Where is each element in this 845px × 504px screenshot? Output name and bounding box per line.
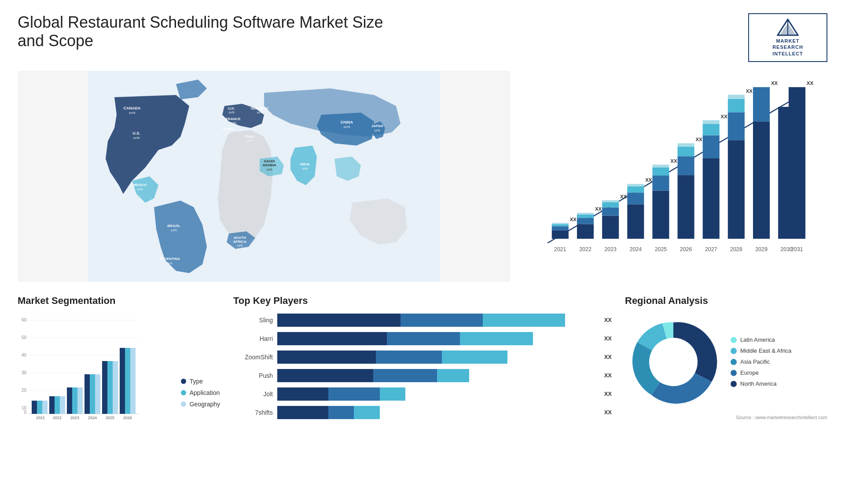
svg-text:xx%: xx% [266,168,272,171]
svg-text:ARABIA: ARABIA [262,163,276,167]
svg-rect-65 [652,164,669,168]
svg-text:U.K.: U.K. [228,106,235,110]
bottom-section: Market Segmentation 60 50 40 30 20 10 0 [18,295,827,421]
latin-dot [731,337,737,343]
segmentation-content: 60 50 40 30 20 10 0 [18,314,220,421]
bar-seg2 [387,332,460,345]
svg-text:2022: 2022 [579,246,592,252]
svg-rect-74 [703,158,720,239]
svg-rect-56 [627,205,644,239]
svg-text:2024: 2024 [88,416,97,419]
svg-text:CANADA: CANADA [124,106,141,110]
growth-chart-svg: 2021 XX 2022 XX 2023 XX 2024 XX [528,80,819,256]
svg-text:2021: 2021 [554,246,566,252]
svg-text:XX: XX [645,177,652,183]
svg-text:AFRICA: AFRICA [233,240,246,244]
svg-rect-52 [602,202,619,207]
svg-text:MEXICO: MEXICO [133,183,147,187]
svg-text:2029: 2029 [755,246,768,252]
svg-text:XX: XX [721,114,728,119]
legend-latin: Latin America [731,336,791,343]
svg-rect-87 [753,87,770,121]
bar-seg3 [437,369,469,382]
svg-text:xx%: xx% [247,139,253,142]
player-row-jolt: Jolt XX [233,387,612,401]
player-xx-sling: XX [604,317,612,323]
player-xx-7shifts: XX [604,409,612,416]
logo-text: MARKETRESEARCHINTELLECT [772,38,803,57]
svg-rect-47 [577,213,594,215]
svg-rect-122 [84,374,90,414]
svg-text:SAUDI: SAUDI [264,159,275,163]
svg-rect-128 [113,361,118,414]
svg-text:2022: 2022 [53,416,62,419]
svg-rect-131 [125,348,130,414]
svg-text:xx%: xx% [225,131,231,135]
player-bar-push [277,369,597,382]
svg-rect-115 [55,396,60,414]
svg-text:xx%: xx% [133,136,140,140]
source-text: Source : www.marketresearchintellect.com [625,415,827,420]
legend-item-type: Type [181,378,220,385]
player-name-jolt: Jolt [233,391,273,398]
svg-text:xx%: xx% [228,111,234,114]
app-dot [181,390,186,395]
logo-icon [777,18,799,36]
legend-mea: Middle East & Africa [731,347,791,354]
svg-text:BRAZIL: BRAZIL [167,224,180,228]
svg-text:JAPAN: JAPAN [371,124,383,128]
svg-text:xx%: xx% [343,125,350,129]
svg-rect-114 [49,396,55,414]
svg-rect-127 [107,361,113,414]
segmentation-chart: 60 50 40 30 20 10 0 [18,314,172,421]
legend-na: North America [731,380,791,387]
svg-text:xx%: xx% [302,167,308,170]
mea-dot [731,348,737,354]
players-section: Top Key Players Sling XX Harri [233,295,612,421]
svg-rect-75 [703,135,720,158]
player-xx-push: XX [604,372,612,379]
bar-seg2 [328,406,354,419]
player-row-sling: Sling XX [233,314,612,327]
player-xx-harri: XX [604,335,612,342]
header: Global Restaurant Scheduling Software Ma… [18,13,827,62]
player-row-7shifts: 7shifts XX [233,406,612,419]
na-label: North America [740,380,776,387]
svg-rect-120 [77,387,83,414]
svg-rect-70 [678,146,694,156]
svg-rect-46 [577,215,594,218]
player-name-harri: Harri [233,335,273,342]
na-dot [731,381,737,387]
svg-text:SOUTH: SOUTH [234,236,246,240]
svg-text:XX: XX [695,137,702,142]
svg-rect-64 [652,168,669,175]
regional-title: Regional Analysis [625,295,827,307]
player-row-zoomshift: ZoomShift XX [233,351,612,364]
svg-rect-38 [552,230,569,239]
svg-text:XX: XX [746,88,753,93]
apac-label: Asia Pacific [740,358,770,365]
svg-text:60: 60 [22,318,27,322]
svg-rect-81 [728,112,745,140]
svg-text:xx%: xx% [171,229,176,232]
legend-type-label: Type [190,378,203,385]
europe-label: Europe [740,369,759,376]
svg-rect-50 [602,215,619,238]
top-section: CANADA xx% U.S. xx% MEXICO xx% BRAZIL xx… [18,71,827,282]
player-xx-jolt: XX [604,391,612,397]
apac-dot [731,359,737,365]
geo-dot [181,402,186,407]
svg-rect-51 [602,207,619,215]
player-row-harri: Harri XX [233,332,612,345]
svg-rect-63 [652,175,669,190]
legend-app-label: Application [190,389,220,396]
bar-seg1 [277,369,373,382]
type-dot [181,379,186,384]
svg-text:XX: XX [570,217,577,222]
svg-text:20: 20 [22,388,27,393]
svg-text:U.S.: U.S. [132,131,140,135]
svg-rect-40 [552,224,569,226]
svg-rect-69 [678,156,694,175]
player-bar-7shifts [277,406,597,419]
svg-rect-82 [728,99,745,112]
